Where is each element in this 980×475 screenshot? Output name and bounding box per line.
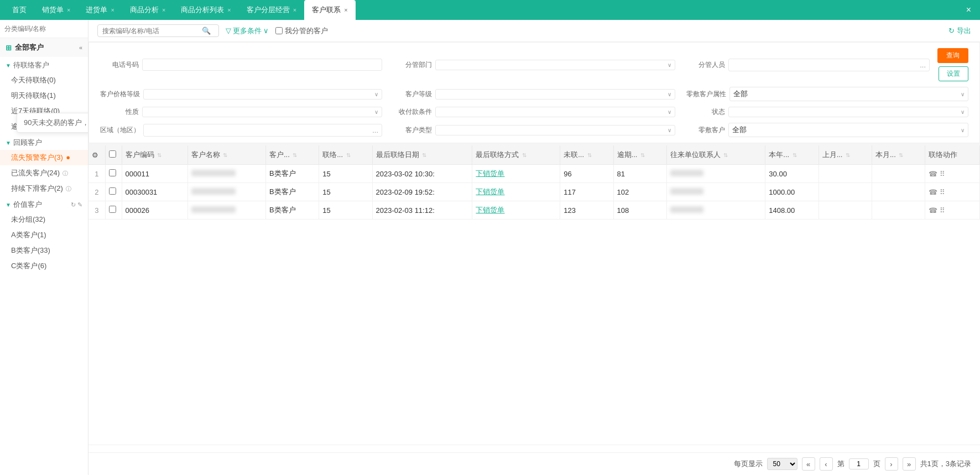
filter-zero-customer-select[interactable]: 全部∨: [728, 123, 968, 137]
sort-icon: ⇅: [899, 152, 903, 158]
my-customer-checkbox[interactable]: [275, 27, 283, 34]
table-row: 2 00030031 B类客户 15 2023-02-09 19:52: 下销货…: [88, 183, 980, 201]
sidebar-item-declining[interactable]: 持续下滑客户(2) ⓘ: [0, 181, 88, 196]
query-button[interactable]: 查询: [937, 48, 968, 63]
tab-customer-contact[interactable]: 客户联系 ×: [304, 0, 355, 20]
filter-phone-input[interactable]: [142, 59, 382, 71]
row-checkbox[interactable]: [109, 187, 116, 195]
sidebar-search-input[interactable]: [4, 25, 87, 33]
filter-gender-select[interactable]: ∨: [142, 107, 382, 117]
table-row: 1 000011 B类客户 15 2023-03-02 10:30: 下销货单 …: [88, 165, 980, 183]
tab-customer-tier[interactable]: 客户分层经营 ×: [239, 0, 304, 20]
scroll-bar-area[interactable]: [88, 445, 980, 452]
row-num-cell: 2: [88, 183, 105, 201]
sidebar-item-class-c[interactable]: C类客户(6): [0, 258, 88, 274]
sidebar-item-class-a[interactable]: A类客户(1): [0, 227, 88, 243]
row-checkbox[interactable]: [109, 206, 116, 213]
action-icons[interactable]: ↻ ✎: [71, 201, 82, 208]
tab-product-analysis[interactable]: 商品分析 ×: [122, 0, 173, 20]
contact-action-icon[interactable]: ☎: [929, 206, 937, 215]
main-layout: 🔍 ⊞ 全部客户 « ▼ 待联络客户 今天待联络(0) 明天待联络(1) 近7天…: [0, 20, 980, 475]
warning-dot-icon: ●: [66, 153, 70, 161]
sidebar-item-class-b[interactable]: B类客户(33): [0, 243, 88, 258]
contact-action-icon[interactable]: ☎: [929, 170, 937, 178]
filter-status-select[interactable]: ∨: [728, 107, 968, 117]
th-name: 客户名称 ⇅: [187, 145, 265, 165]
last-page-button[interactable]: »: [903, 457, 916, 471]
page-size-select[interactable]: 50 100 200: [767, 458, 797, 470]
first-page-button[interactable]: «: [802, 457, 815, 471]
sidebar-item-already-lost[interactable]: 已流失客户(24) ⓘ: [0, 165, 88, 181]
info-icon: ⓘ: [66, 186, 71, 192]
sort-icon: ⇅: [793, 152, 797, 158]
sidebar-item-lost-warning[interactable]: 流失预警客户(3) ●: [0, 150, 88, 165]
sort-icon: ⇅: [587, 152, 592, 158]
filter-customer-level-select[interactable]: ∨: [435, 89, 675, 100]
export-button[interactable]: ↻ 导出: [948, 26, 971, 36]
close-icon[interactable]: ×: [293, 7, 296, 13]
contact-action-icon[interactable]: ☎: [929, 188, 937, 196]
page-number-input[interactable]: [849, 458, 869, 469]
th-type: 客户... ⇅: [265, 145, 319, 165]
filter-price-level-select[interactable]: ∨: [143, 89, 382, 100]
customer-table: ⚙ 客户编码 ⇅ 客户名称 ⇅: [88, 145, 980, 220]
row-checkbox-cell: [105, 165, 122, 183]
th-this-year: 本年... ⇅: [765, 145, 819, 165]
grid-icon: ⊞: [6, 44, 12, 52]
row-contacts-cell: [666, 165, 765, 183]
contact-method-link[interactable]: 下销货单: [476, 206, 504, 214]
more-action-icon[interactable]: ⠿: [940, 188, 945, 196]
contact-method-link[interactable]: 下销货单: [476, 187, 504, 196]
sidebar-section-review[interactable]: ▼ 回顾客户: [0, 134, 88, 150]
close-icon[interactable]: ×: [67, 7, 70, 13]
filter-zero-sale-attr-select[interactable]: 全部∨: [729, 87, 968, 101]
filter-manager-select[interactable]: ...: [728, 59, 930, 71]
filter-payment-select[interactable]: ∨: [435, 107, 675, 117]
close-icon[interactable]: ×: [344, 7, 347, 13]
tab-product-analysis-list[interactable]: 商品分析列表 ×: [173, 0, 238, 20]
setting-button[interactable]: 设置: [939, 66, 968, 81]
table-row: 3 000026 B类客户 15 2023-02-03 11:12: 下销货单 …: [88, 201, 980, 220]
sort-icon: ⇅: [293, 152, 297, 158]
scroll-bar-inner: [88, 445, 980, 446]
filter-customer-type-select[interactable]: ∨: [435, 125, 675, 135]
my-customer-checkbox-area[interactable]: 我分管的客户: [275, 26, 328, 36]
more-action-icon[interactable]: ⠿: [940, 170, 945, 178]
filter-region-label: 区域（地区）: [100, 126, 140, 135]
close-icon[interactable]: ×: [111, 7, 114, 13]
filter-panel: 电话号码 分管部门 ∨ 分管人员 ... 查询 设置: [88, 42, 980, 143]
prev-page-button[interactable]: ‹: [820, 457, 833, 471]
tab-home[interactable]: 首页: [4, 0, 34, 20]
filter-customer-type-label: 客户类型: [393, 126, 432, 135]
more-icon: ...: [372, 126, 378, 134]
more-action-icon[interactable]: ⠿: [940, 206, 945, 215]
row-actions-cell: ☎ ⠿: [925, 183, 980, 201]
close-icon[interactable]: ×: [227, 7, 231, 13]
tab-sales-order[interactable]: 销货单 ×: [34, 0, 78, 20]
next-page-button[interactable]: ›: [885, 457, 898, 471]
row-checkbox[interactable]: [109, 169, 116, 176]
tab-product-analysis-list-label: 商品分析列表: [181, 5, 224, 15]
select-all-checkbox[interactable]: [109, 150, 116, 158]
sidebar-item-ungrouped[interactable]: 未分组(32): [0, 212, 88, 227]
filter-region-row: 区域（地区） ...: [100, 123, 382, 137]
settings-icon[interactable]: ⚙: [92, 151, 98, 159]
sidebar-item-today-contact[interactable]: 今天待联络(0): [0, 72, 88, 88]
collapse-icon: «: [79, 44, 82, 51]
filter-dept-label: 分管部门: [393, 60, 432, 70]
filter-dept-select[interactable]: ∨: [435, 60, 675, 70]
search-input[interactable]: [102, 27, 202, 35]
window-close-button[interactable]: ×: [962, 5, 976, 15]
sidebar-section-value-customer[interactable]: ▼ 价值客户 ↻ ✎: [0, 196, 88, 212]
tab-purchase-order[interactable]: 进货单 ×: [78, 0, 122, 20]
more-filter-button[interactable]: ▽ 更多条件 ∨: [226, 26, 269, 36]
close-icon[interactable]: ×: [162, 7, 165, 13]
row-overdue-cell: 102: [613, 183, 666, 201]
sidebar-item-tomorrow-contact[interactable]: 明天待联络(1): [0, 88, 88, 103]
sidebar-search-area: 🔍: [0, 20, 88, 38]
all-customers-header[interactable]: ⊞ 全部客户 «: [0, 38, 88, 57]
filter-region-select[interactable]: ...: [143, 124, 382, 137]
sidebar-section-pending-contact[interactable]: ▼ 待联络客户: [0, 57, 88, 72]
row-this-year-cell: 1000.00: [765, 183, 819, 201]
contact-method-link[interactable]: 下销货单: [476, 169, 504, 178]
